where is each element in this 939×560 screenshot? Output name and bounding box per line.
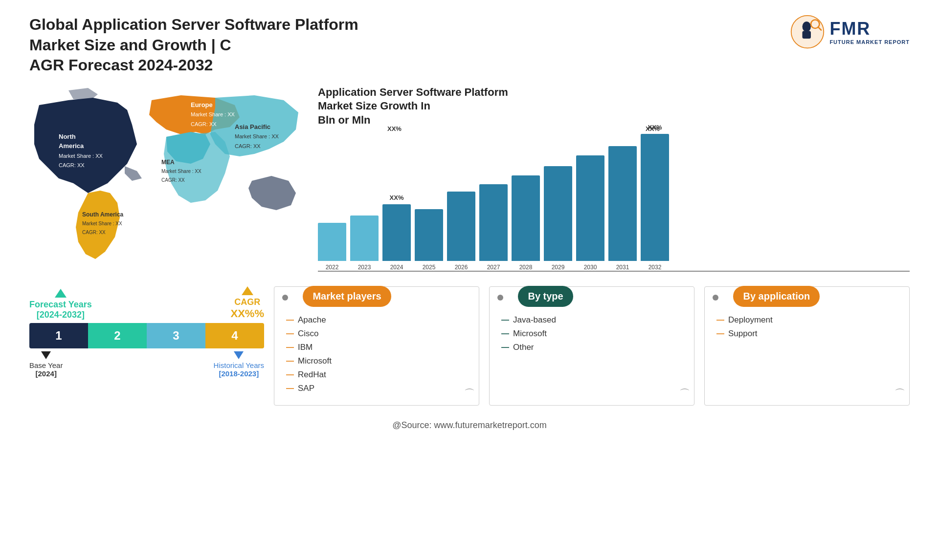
bars-wrapper: 20222023XX%20242025202620272028202920302… (318, 135, 910, 272)
historical-label: Historical Years (214, 361, 264, 369)
svg-rect-3 (803, 31, 811, 39)
asia-pacific-label: Asia Pacific Market Share : XX CAGR: XX (235, 122, 279, 151)
bar-year-2023: 2023 (358, 264, 371, 271)
market-players-dot (282, 295, 288, 301)
list-item: IBM (286, 343, 469, 352)
bar-year-2031: 2031 (616, 264, 629, 271)
by-application-list: DeploymentSupport (705, 307, 909, 339)
bar-group-2030: 2030 (576, 152, 604, 271)
cards-area: Market players ApacheCiscoIBMMicrosoftRe… (274, 286, 910, 406)
by-type-corner: ⌒ (679, 387, 690, 401)
europe-label: Europe Market Share : XX CAGR: XX (191, 100, 235, 129)
bar-year-2030: 2030 (584, 264, 597, 271)
bar-group-2032: XX%2032 (641, 124, 669, 271)
base-year-block: Base Year [2024] (29, 351, 63, 378)
bar-chart: 20222023XX%20242025202620272028202920302… (318, 135, 910, 272)
timeline-bar: 1 2 3 4 (29, 323, 264, 348)
bar-2028 (512, 175, 540, 261)
list-item: Microsoft (501, 329, 684, 339)
cagr-label: CAGR (231, 297, 264, 307)
tl-segment-1: 1 (29, 323, 88, 348)
page-title: Global Application Server Software Platf… (29, 15, 372, 76)
bar-2022 (318, 223, 346, 261)
market-players-list: ApacheCiscoIBMMicrosoftRedHatSAP (274, 307, 479, 393)
bar-year-2028: 2028 (519, 264, 533, 271)
market-players-corner: ⌒ (464, 387, 475, 401)
by-application-dot (713, 295, 718, 301)
market-players-card: Market players ApacheCiscoIBMMicrosoftRe… (274, 286, 479, 406)
svg-point-2 (803, 22, 811, 32)
cagr-arrow-up (242, 286, 253, 295)
logo-text: FMR FUTURE MARKET REPORT (829, 19, 910, 45)
bar-group-2029: 2029 (544, 163, 572, 271)
source-text: @Source: www.futuremarketreport.com (29, 420, 910, 431)
base-year-value: [2024] (29, 369, 63, 378)
header: Global Application Server Software Platf… (29, 15, 910, 76)
by-application-corner: ⌒ (894, 387, 905, 401)
list-item: Microsoft (286, 356, 469, 366)
bar-label-2024: XX% (390, 194, 404, 201)
north-america-label: NorthAmerica Market Share : XX CAGR: XX (59, 132, 103, 170)
forecast-label: Forecast Years (29, 300, 92, 310)
bar-group-2025: 2025 (415, 206, 443, 271)
bar-year-2032: 2032 (648, 264, 662, 271)
bar-year-2029: 2029 (552, 264, 565, 271)
bar-2027 (479, 184, 508, 261)
bar-group-2026: 2026 (447, 189, 475, 271)
by-type-card: By type Java-basedMicrosoftOther ⌒ (489, 286, 694, 406)
forecast-header: Forecast Years [2024-2032] (29, 289, 92, 320)
list-item: Other (501, 343, 684, 352)
logo-fmr-text: FMR (829, 19, 871, 39)
by-type-header: By type (518, 286, 573, 307)
historical-block: Historical Years [2018-2023] (214, 351, 264, 378)
list-item: Support (716, 329, 899, 339)
by-application-card: By application DeploymentSupport ⌒ (704, 286, 910, 406)
bar-year-2022: 2022 (326, 264, 339, 271)
bar-2029 (544, 166, 572, 261)
tl-segment-3: 3 (147, 323, 205, 348)
historical-arrow (234, 351, 244, 359)
bar-year-2026: 2026 (455, 264, 468, 271)
chart-title: Application Server Software Platform Mar… (318, 86, 910, 128)
south-america-label: South America Market Share : XX CAGR: XX (82, 210, 123, 237)
bar-group-2028: 2028 (512, 172, 540, 271)
tl-segment-2: 2 (88, 323, 147, 348)
logo-sub-text: FUTURE MARKET REPORT (829, 39, 910, 45)
list-item: RedHat (286, 370, 469, 380)
bar-2024 (382, 204, 411, 261)
chart-section: Application Server Software Platform Mar… (318, 86, 910, 272)
tl-segment-4: 4 (205, 323, 264, 348)
bar-2025 (415, 209, 443, 261)
by-type-dot (497, 295, 503, 301)
bar-2032 (641, 134, 669, 261)
bar-group-2027: 2027 (479, 181, 508, 271)
list-item: Cisco (286, 329, 469, 339)
logo-area: FMR FUTURE MARKET REPORT (790, 15, 910, 49)
map-section: NorthAmerica Market Share : XX CAGR: XX … (29, 86, 303, 272)
xx-annotation-2032: XX% (646, 125, 660, 132)
market-players-header: Market players (303, 286, 391, 307)
bar-year-2027: 2027 (487, 264, 500, 271)
by-type-list: Java-basedMicrosoftOther (490, 307, 694, 352)
base-year-label: Base Year (29, 361, 63, 369)
list-item: Java-based (501, 315, 684, 325)
bar-year-2024: 2024 (390, 264, 403, 271)
list-item: Apache (286, 315, 469, 325)
base-year-arrow (41, 351, 51, 359)
list-item: SAP (286, 384, 469, 393)
bar-group-2023: 2023 (350, 213, 379, 271)
bottom-section: Forecast Years [2024-2032] CAGR XX%% 1 2… (29, 286, 910, 406)
bar-group-2031: 2031 (608, 143, 637, 271)
bar-group-2022: 2022 (318, 220, 346, 271)
mea-label: MEA Market Share : XX CAGR: XX (161, 158, 201, 184)
timeline-block: Forecast Years [2024-2032] CAGR XX%% 1 2… (29, 286, 264, 406)
bar-2023 (350, 215, 379, 261)
forecast-arrow-up (55, 289, 67, 298)
page: Global Application Server Software Platf… (0, 0, 939, 560)
list-item: Deployment (716, 315, 899, 325)
bar-2026 (447, 192, 475, 261)
map-container: NorthAmerica Market Share : XX CAGR: XX … (29, 86, 303, 271)
bar-2030 (576, 155, 604, 261)
cagr-header: CAGR XX%% (231, 286, 264, 320)
historical-value: [2018-2023] (214, 369, 264, 378)
